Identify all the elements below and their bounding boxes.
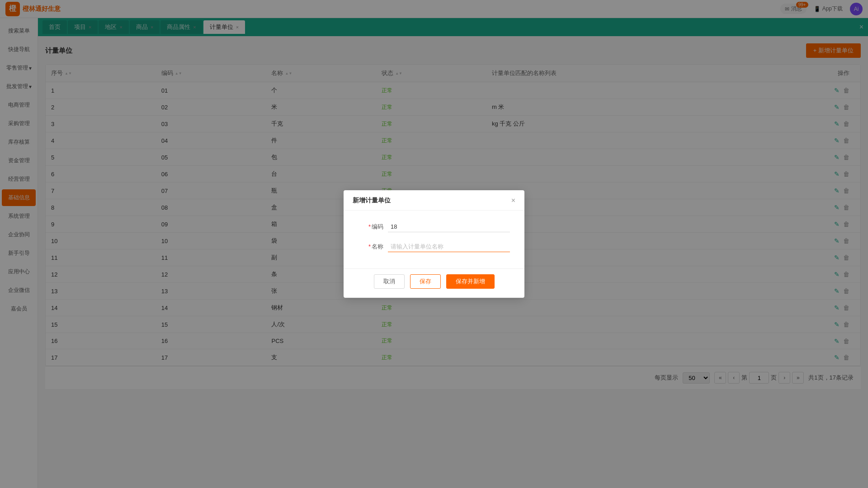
form-row-code: *编码: [358, 221, 510, 232]
form-row-name: *名称: [358, 241, 510, 252]
code-input[interactable]: [388, 221, 510, 232]
modal-title: 新增计量单位: [353, 197, 391, 205]
name-input[interactable]: [388, 241, 510, 252]
add-unit-modal: 新增计量单位 × *编码 *名称 取消 保存 保存并新增: [344, 190, 524, 298]
modal-overlay: 新增计量单位 × *编码 *名称 取消 保存 保存并新增: [0, 0, 868, 488]
code-label: *编码: [358, 223, 383, 231]
code-required-star: *: [368, 223, 371, 230]
name-label: *名称: [358, 243, 383, 251]
modal-close-btn[interactable]: ×: [511, 197, 515, 204]
modal-body: *编码 *名称: [344, 211, 524, 268]
cancel-button[interactable]: 取消: [374, 274, 405, 289]
save-and-new-button[interactable]: 保存并新增: [446, 274, 495, 289]
save-button[interactable]: 保存: [410, 274, 441, 289]
name-required-star: *: [368, 243, 371, 250]
modal-footer: 取消 保存 保存并新增: [344, 268, 524, 298]
modal-header: 新增计量单位 ×: [344, 190, 524, 211]
